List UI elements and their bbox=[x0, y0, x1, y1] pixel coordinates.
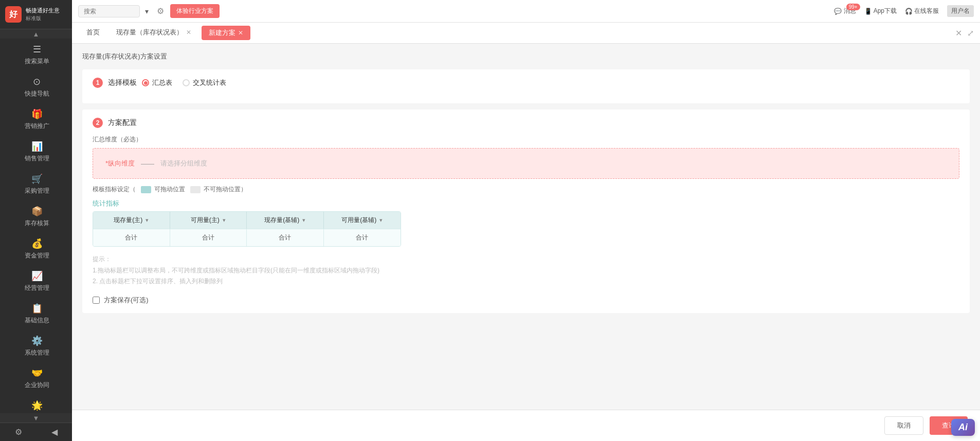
sales-icon: 📊 bbox=[31, 141, 43, 152]
ai-badge[interactable]: Ai bbox=[951, 419, 975, 436]
col-label-3: 可用量(基辅) bbox=[341, 216, 376, 225]
col-header-0[interactable]: 现存量(主) ▾ bbox=[93, 212, 170, 229]
quick-nav-icon: ⊙ bbox=[33, 76, 41, 87]
sidebar-nav: ☰ 搜索菜单 ⊙ 快捷导航 🎁 营销推广 📊 销售管理 🛒 采购管理 📦 库存核… bbox=[0, 39, 72, 413]
sidebar-scroll-up[interactable]: ▲ bbox=[0, 29, 72, 39]
app-download-btn[interactable]: 📱 App下载 bbox=[864, 7, 897, 15]
tab-new-label: 新建方案 bbox=[209, 28, 235, 38]
sidebar-item-purchase[interactable]: 🛒 采购管理 bbox=[0, 168, 72, 200]
indicator-settings-label: 模板指标设定（ bbox=[93, 185, 136, 194]
app-logo: 好 畅捷通好生意 标准版 bbox=[0, 0, 72, 29]
col-label-1: 可用量(主) bbox=[191, 216, 220, 225]
section1-title: 选择模板 bbox=[108, 78, 137, 87]
col-label-0: 现存量(主) bbox=[114, 216, 142, 225]
new-guide-icon: 🌟 bbox=[31, 400, 43, 411]
close-window-icon[interactable]: ✕ bbox=[955, 28, 962, 38]
expand-window-icon[interactable]: ⤢ bbox=[967, 28, 974, 38]
sidebar-item-label: 基础信息 bbox=[25, 316, 49, 325]
sidebar-item-search-menu[interactable]: ☰ 搜索菜单 bbox=[0, 39, 72, 71]
basic-info-icon: 📋 bbox=[31, 303, 43, 314]
sidebar-scroll-down[interactable]: ▼ bbox=[0, 413, 72, 422]
save-checkbox-label: 方案保存(可选) bbox=[104, 296, 149, 305]
phone-icon: 📱 bbox=[864, 8, 872, 15]
cancel-button[interactable]: 取消 bbox=[884, 416, 923, 435]
message-btn[interactable]: 💬 消息 99+ bbox=[834, 7, 856, 15]
gear-icon[interactable]: ⚙ bbox=[157, 6, 164, 16]
sidebar-item-inventory[interactable]: 📦 库存核算 bbox=[0, 200, 72, 233]
content-area: 现存量(库存状况表)方案设置 1 选择模板 汇总表 交叉统计表 bbox=[72, 44, 980, 410]
col-header-1[interactable]: 可用量(主) ▾ bbox=[170, 212, 247, 229]
col-data-1: 合计 bbox=[170, 229, 247, 246]
indicator-header: 模板指标设定（ 可拖动位置 不可拖动位置） bbox=[93, 185, 959, 194]
bottom-bar: 取消 查询 bbox=[72, 410, 980, 441]
sidebar-item-system[interactable]: ⚙️ 系统管理 bbox=[0, 330, 72, 362]
tab-new-scheme[interactable]: 新建方案 ✕ bbox=[202, 26, 250, 40]
settings-footer-btn[interactable]: ⚙ bbox=[15, 427, 22, 437]
tab-inventory-label: 现存量（库存状况表） bbox=[116, 28, 183, 37]
radio-summary-circle bbox=[142, 79, 149, 86]
search-input[interactable] bbox=[78, 5, 140, 17]
indicator-settings: 模板指标设定（ 可拖动位置 不可拖动位置） bbox=[93, 185, 959, 194]
col-data-0: 合计 bbox=[93, 229, 170, 246]
tips-section: 提示： 1.拖动标题栏可以调整布局，不可跨维度或指标区域拖动栏目字段(只能在同一… bbox=[93, 254, 959, 287]
tab-inventory-close-icon[interactable]: ✕ bbox=[186, 29, 191, 36]
sidebar-item-label: 企业协同 bbox=[25, 381, 49, 390]
chevron-3-icon[interactable]: ▾ bbox=[379, 217, 383, 224]
enterprise-icon: 🤝 bbox=[31, 368, 43, 379]
tip-2: 2. 点击标题栏下拉可设置排序、插入列和删除列 bbox=[93, 276, 959, 287]
sidebar-item-label: 采购管理 bbox=[25, 187, 49, 195]
sidebar-item-operations[interactable]: 📈 经营管理 bbox=[0, 265, 72, 298]
sidebar-item-label: 资金管理 bbox=[25, 251, 49, 260]
sidebar-item-sales[interactable]: 📊 销售管理 bbox=[0, 136, 72, 168]
col-header-3[interactable]: 可用量(基辅) ▾ bbox=[324, 212, 401, 229]
sidebar-item-quick-nav[interactable]: ⊙ 快捷导航 bbox=[0, 71, 72, 103]
save-option: 方案保存(可选) bbox=[93, 296, 959, 305]
sidebar-item-label: 营销推广 bbox=[25, 122, 49, 131]
dim-required-text: *纵向维度 bbox=[105, 159, 135, 168]
main-area: ▾ ⚙ 体验行业方案 💬 消息 99+ 📱 App下载 🎧 在线客服 用户名 bbox=[72, 0, 980, 441]
tabs-bar: 首页 现存量（库存状况表） ✕ 新建方案 ✕ ✕ ⤢ bbox=[72, 23, 980, 44]
save-checkbox[interactable] bbox=[93, 297, 100, 304]
template-radio-group: 汇总表 交叉统计表 bbox=[142, 78, 226, 87]
online-service-btn[interactable]: 🎧 在线客服 bbox=[905, 7, 939, 15]
system-icon: ⚙️ bbox=[31, 335, 43, 346]
section-config: 2 方案配置 汇总维度（必选） *纵向维度 —— 请选择分组维度 模板指标设定（… bbox=[82, 109, 970, 313]
aggregation-label: 汇总维度（必选） bbox=[93, 135, 959, 144]
dropdown-chevron-icon[interactable]: ▾ bbox=[145, 7, 149, 15]
sidebar-item-new-guide[interactable]: 🌟 新手引导 bbox=[0, 395, 72, 413]
purchase-icon: 🛒 bbox=[31, 173, 43, 185]
tip-1: 1.拖动标题栏可以调整布局，不可跨维度或指标区域拖动栏目字段(只能在同一维度或指… bbox=[93, 265, 959, 277]
service-label: 在线客服 bbox=[914, 7, 939, 15]
user-avatar[interactable]: 用户名 bbox=[947, 5, 974, 17]
tabs-actions: ✕ ⤢ bbox=[955, 28, 974, 38]
dimension-row[interactable]: *纵向维度 —— 请选择分组维度 bbox=[93, 148, 959, 179]
sidebar-item-label: 搜索菜单 bbox=[25, 57, 49, 66]
col-header-2[interactable]: 现存量(基辅) ▾ bbox=[247, 212, 324, 229]
col-label-2: 现存量(基辅) bbox=[264, 216, 299, 225]
tab-inventory[interactable]: 现存量（库存状况表） ✕ bbox=[108, 23, 199, 43]
dim-dash: —— bbox=[141, 160, 154, 168]
logo-icon: 好 bbox=[5, 6, 22, 23]
operations-icon: 📈 bbox=[31, 270, 43, 282]
fixed-legend-box bbox=[190, 186, 201, 193]
collapse-footer-btn[interactable]: ◀ bbox=[51, 427, 58, 437]
radio-summary-label: 汇总表 bbox=[152, 78, 172, 87]
radio-cross[interactable]: 交叉统计表 bbox=[183, 78, 226, 87]
trial-button[interactable]: 体验行业方案 bbox=[170, 4, 220, 18]
sidebar-item-marketing[interactable]: 🎁 营销推广 bbox=[0, 103, 72, 136]
tab-home[interactable]: 首页 bbox=[78, 23, 108, 43]
radio-summary[interactable]: 汇总表 bbox=[142, 78, 172, 87]
chevron-2-icon[interactable]: ▾ bbox=[302, 217, 305, 224]
user-name: 用户名 bbox=[951, 7, 970, 14]
sidebar-item-finance[interactable]: 💰 资金管理 bbox=[0, 233, 72, 265]
message-icon: 💬 bbox=[834, 8, 842, 15]
chevron-1-icon[interactable]: ▾ bbox=[223, 217, 226, 224]
col-data-2: 合计 bbox=[247, 229, 324, 246]
chevron-0-icon[interactable]: ▾ bbox=[146, 217, 149, 224]
tab-new-close-icon[interactable]: ✕ bbox=[238, 29, 243, 36]
sidebar-item-label: 库存核算 bbox=[25, 219, 49, 228]
fixed-label: 不可拖动位置） bbox=[204, 185, 247, 194]
draggable-label: 可拖动位置 bbox=[154, 185, 185, 194]
sidebar-item-enterprise[interactable]: 🤝 企业协同 bbox=[0, 362, 72, 395]
sidebar-item-basic-info[interactable]: 📋 基础信息 bbox=[0, 298, 72, 330]
